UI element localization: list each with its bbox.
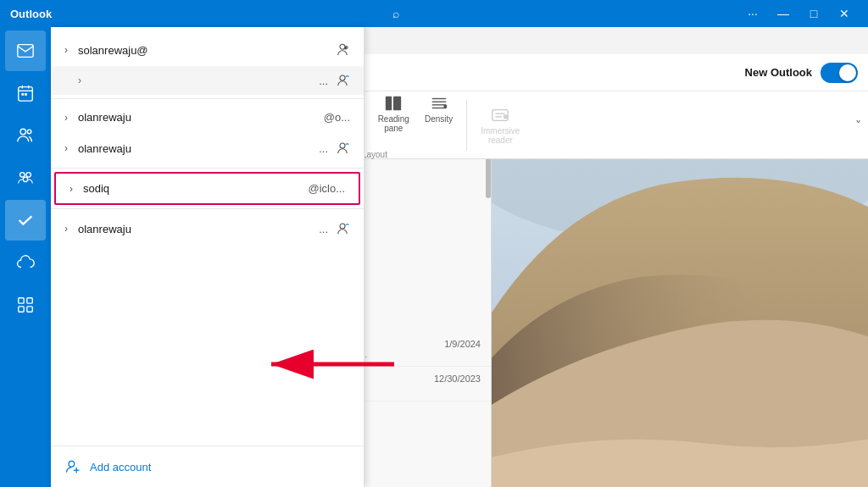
new-outlook-toggle[interactable]	[821, 63, 858, 83]
mail-icon	[16, 42, 35, 60]
divider-2	[51, 168, 364, 169]
people-icon	[16, 126, 35, 145]
chevron-sub: ›	[78, 75, 81, 86]
new-outlook-area: New Outlook	[745, 63, 858, 83]
email-hint-olanrewaju-3: ...	[319, 142, 328, 155]
icon-sidebar	[0, 27, 51, 487]
title-bar-left: Outlook	[10, 8, 52, 20]
app-title: Outlook	[10, 8, 52, 20]
svg-rect-33	[443, 105, 447, 108]
svg-rect-0	[18, 45, 33, 58]
search-icon[interactable]: ⌕	[392, 7, 399, 20]
add-account-label: Add account	[90, 461, 151, 473]
account-name-sodiq: sodiq	[83, 182, 301, 195]
account-name-olanrewaju-2: olanrewaju	[78, 111, 317, 124]
account-sub-item[interactable]: › ...	[51, 66, 364, 95]
svg-text:+: +	[344, 46, 347, 50]
maximize-button[interactable]: □	[800, 0, 827, 27]
svg-point-37	[504, 115, 508, 119]
account-item-solanrewaju[interactable]: › solanrewaju@ +	[51, 34, 364, 66]
account-icons-solanrewaju: +	[335, 42, 350, 58]
apps-icon	[16, 296, 35, 314]
more-button[interactable]: ···	[739, 0, 766, 27]
add-account-icon	[64, 458, 81, 475]
divider-1	[51, 98, 364, 99]
account-panel: › solanrewaju@ + › ...	[51, 27, 364, 487]
account-name-solanrewaju: solanrewaju@	[78, 44, 328, 57]
person-icon-solanrewaju: +	[335, 42, 350, 58]
title-bar-controls: ··· — □ ✕	[739, 0, 858, 27]
svg-rect-14	[19, 307, 24, 312]
svg-rect-12	[19, 298, 24, 303]
sidebar-item-groups[interactable]	[5, 158, 46, 198]
svg-point-45	[340, 224, 345, 229]
sidebar-item-mail[interactable]	[5, 30, 46, 71]
person-icon-olanrewaju-4	[335, 221, 350, 236]
ribbon-density-btn[interactable]: Density	[418, 91, 459, 136]
immersive-label: Immersivereader	[481, 126, 520, 145]
chevron-olanrewaju-2: ›	[64, 112, 68, 124]
svg-rect-28	[393, 97, 401, 111]
email-hint-olanrewaju-4: ...	[319, 223, 328, 235]
account-list: › solanrewaju@ + › ...	[51, 27, 364, 445]
density-icon	[430, 94, 448, 113]
title-bar: Outlook ⌕ ··· — □ ✕	[0, 0, 868, 27]
email-hint-sodiq: @iclo...	[308, 182, 345, 195]
cloud-icon	[16, 253, 35, 272]
person-icon-sub	[335, 73, 350, 88]
ribbon-immersive-group: Immersivereader	[474, 102, 526, 148]
sidebar-item-tasks[interactable]	[5, 200, 46, 241]
sidebar-item-calendar[interactable]	[5, 73, 46, 113]
svg-point-46	[69, 461, 75, 467]
person-icon-olanrewaju-3	[335, 141, 350, 156]
new-outlook-label: New Outlook	[745, 66, 812, 79]
svg-point-8	[27, 130, 31, 134]
groups-icon	[16, 169, 35, 187]
chevron-solanrewaju: ›	[64, 44, 68, 56]
account-item-sodiq[interactable]: › sodiq @iclo...	[54, 172, 360, 205]
account-item-olanrewaju-2[interactable]: › olanrewaju @o...	[51, 102, 364, 132]
add-account-button[interactable]: Add account	[51, 445, 364, 487]
account-item-olanrewaju-3[interactable]: › olanrewaju ...	[51, 132, 364, 164]
chevron-olanrewaju-3: ›	[64, 142, 68, 154]
sidebar-item-people[interactable]	[5, 115, 46, 156]
ribbon-expand-chevron[interactable]: ˅	[855, 119, 861, 132]
sub-dots: ...	[319, 75, 328, 87]
sidebar-item-apps[interactable]	[5, 285, 46, 325]
svg-rect-15	[27, 307, 32, 312]
title-bar-search-area: ⌕	[392, 7, 399, 20]
tasks-icon	[16, 211, 35, 230]
divider-3	[51, 208, 364, 209]
svg-rect-27	[386, 97, 392, 111]
ribbon-readingpane-btn[interactable]: Readingpane	[371, 91, 416, 136]
svg-point-10	[26, 173, 31, 178]
email-hint-olanrewaju-2: @o...	[324, 111, 350, 124]
account-item-olanrewaju-4[interactable]: › olanrewaju ...	[51, 213, 364, 245]
toggle-knob	[839, 64, 856, 81]
chevron-olanrewaju-4: ›	[64, 223, 68, 235]
reading-pane-icon	[384, 94, 403, 113]
close-button[interactable]: ✕	[831, 0, 858, 27]
svg-point-11	[23, 177, 28, 182]
ribbon-separator-2	[466, 100, 467, 151]
reading-pane-label: Readingpane	[378, 114, 409, 133]
layout-group-label: Layout	[362, 150, 387, 159]
account-name-olanrewaju-4: olanrewaju	[78, 223, 312, 235]
app-container: ☰ Home View Help New Outlook Expan	[0, 27, 868, 487]
sub-account-name	[88, 75, 312, 87]
density-label: Density	[425, 114, 453, 124]
svg-point-43	[340, 75, 345, 80]
account-name-olanrewaju-3: olanrewaju	[78, 142, 312, 155]
chevron-sodiq: ›	[70, 183, 73, 195]
immersive-reader-icon	[491, 106, 509, 125]
svg-point-44	[340, 143, 345, 148]
sidebar-item-onedrive[interactable]	[5, 242, 46, 283]
ribbon-immersive-btn[interactable]: Immersivereader	[474, 102, 526, 148]
svg-point-7	[20, 129, 25, 134]
svg-rect-5	[21, 93, 24, 96]
svg-rect-6	[25, 93, 27, 96]
minimize-button[interactable]: —	[770, 0, 797, 27]
svg-point-9	[20, 173, 25, 178]
svg-rect-13	[27, 298, 32, 303]
calendar-icon	[16, 84, 35, 102]
